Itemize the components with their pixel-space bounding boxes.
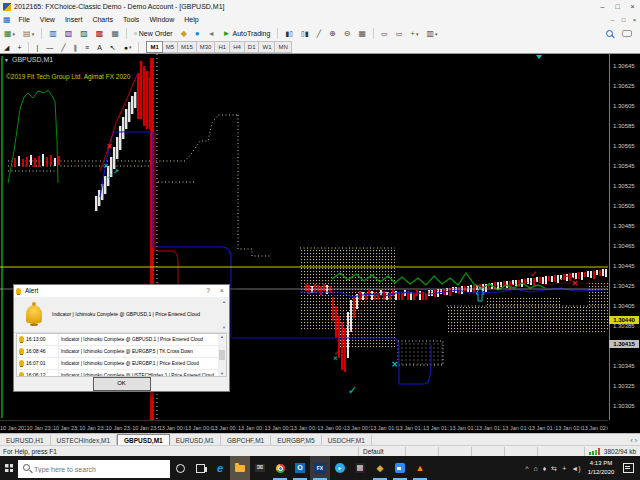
- vertical-line-tool[interactable]: |: [33, 40, 41, 54]
- taskbar-clock[interactable]: 4:13 PM 1/12/2020: [583, 459, 619, 477]
- alert-row[interactable]: 16:08:46 Indicator | Ichimoku Complete @…: [17, 346, 226, 358]
- chrome-icon[interactable]: [270, 456, 290, 480]
- tab-eurusd-m1[interactable]: EURUSD,M1: [170, 435, 221, 446]
- crosshair-tool[interactable]: +: [14, 40, 24, 54]
- cascade-charts-button[interactable]: ▭: [393, 27, 406, 41]
- alert-close-button[interactable]: ×: [215, 287, 229, 294]
- timeframe-w1[interactable]: W1: [259, 41, 275, 53]
- close-button[interactable]: ×: [625, 3, 640, 10]
- child-minimize-button[interactable]: –: [607, 17, 618, 23]
- timeframe-m30[interactable]: M30: [197, 41, 216, 53]
- task-view-icon[interactable]: [190, 456, 210, 480]
- alert-row[interactable]: 16:07:01 Indicator | Ichimoku Complete @…: [17, 358, 226, 370]
- line-chart-button[interactable]: ╱: [314, 27, 324, 41]
- channel-tool[interactable]: ∥: [71, 40, 81, 54]
- navigator-button[interactable]: ▨: [77, 27, 91, 41]
- message-scrollbar[interactable]: ▲▼: [220, 299, 228, 330]
- indicators-button[interactable]: +▾: [407, 27, 421, 41]
- status-profile[interactable]: Default: [358, 447, 405, 456]
- outlook-icon[interactable]: O: [290, 456, 310, 480]
- alert-help-button[interactable]: ?: [201, 287, 215, 294]
- zoom-out-button[interactable]: ⊖: [341, 27, 354, 41]
- zoom-in-button[interactable]: ⊕: [326, 27, 339, 41]
- market-watch-button[interactable]: ▥: [46, 27, 60, 41]
- arrange-charts-button[interactable]: ▭: [378, 27, 391, 41]
- minimize-button[interactable]: –: [595, 3, 610, 10]
- timeframe-mn[interactable]: MN: [275, 41, 291, 53]
- timeframe-m5[interactable]: M5: [163, 41, 178, 53]
- list-scrollbar[interactable]: ▲▼: [218, 334, 226, 376]
- bar-chart-button[interactable]: ▮▯: [282, 27, 296, 41]
- mail-icon[interactable]: ✉: [250, 456, 270, 480]
- start-button[interactable]: [0, 456, 18, 480]
- vlc-icon[interactable]: ▲: [410, 456, 430, 480]
- arrow-tool[interactable]: ↖: [107, 40, 119, 54]
- ok-button[interactable]: OK: [93, 377, 151, 391]
- candlestick-button[interactable]: ▯▮: [298, 27, 312, 41]
- timeframe-m15[interactable]: M15: [178, 41, 197, 53]
- community-chat-icon[interactable]: [622, 30, 632, 37]
- trendline-tool[interactable]: ╱: [58, 40, 68, 54]
- tab-usdchf-m1[interactable]: USDCHF,M1: [322, 435, 372, 446]
- chart-child-icon[interactable]: ▦: [3, 16, 11, 24]
- restore-button[interactable]: □: [610, 3, 625, 10]
- alert-row[interactable]: 16:13:00 Indicator | Ichimoku Complete @…: [17, 334, 226, 346]
- time-axis[interactable]: 10 Jan 202010 Jan 23:1910 Jan 23:2710 Ja…: [0, 420, 608, 434]
- zoom-icon[interactable]: [390, 456, 410, 480]
- fxchoice-mt4-icon[interactable]: FX: [310, 456, 330, 480]
- tab-eurgbp-m5[interactable]: EURGBP,M5: [271, 435, 321, 446]
- mic-icon[interactable]: ♦: [543, 465, 547, 472]
- timeframe-h4[interactable]: H4: [230, 41, 245, 53]
- horizontal-line-tool[interactable]: —: [43, 40, 56, 54]
- strategy-tester-button[interactable]: ▦: [108, 27, 122, 41]
- community-button[interactable]: ●: [192, 27, 203, 41]
- sound-button[interactable]: ◄: [205, 27, 218, 41]
- search-input[interactable]: [18, 460, 170, 478]
- gold-app-icon[interactable]: ◆: [370, 456, 390, 480]
- menu-tools[interactable]: Tools: [118, 16, 144, 23]
- usb-icon[interactable]: +: [562, 465, 566, 472]
- search-icon[interactable]: [606, 30, 613, 37]
- timeframe-m1[interactable]: M1: [146, 41, 162, 53]
- timeframe-d1[interactable]: D1: [245, 41, 260, 53]
- alert-title-bar[interactable]: Alert ? ×: [14, 285, 229, 297]
- cursor-tool[interactable]: ◢: [1, 40, 12, 54]
- tab-gbpchf-m1[interactable]: GBPCHF,M1: [221, 435, 271, 446]
- photos-icon[interactable]: [350, 456, 370, 480]
- onedrive-icon[interactable]: ⌂: [533, 465, 537, 472]
- connection-status[interactable]: 3802/94 kb: [584, 447, 640, 456]
- one-click-trading-toggle[interactable]: ▼: [4, 57, 9, 63]
- terminal-button[interactable]: ▩: [93, 27, 107, 41]
- data-window-button[interactable]: ▧: [62, 27, 76, 41]
- action-center-icon[interactable]: [623, 463, 634, 473]
- menu-view[interactable]: View: [35, 16, 60, 23]
- child-restore-button[interactable]: □: [618, 17, 629, 23]
- taskbar-search[interactable]: [18, 458, 170, 479]
- tile-windows-button[interactable]: ▦: [355, 27, 369, 41]
- speaker-icon[interactable]: ◄): [571, 465, 580, 472]
- menu-insert[interactable]: Insert: [60, 16, 88, 23]
- metaeditor-button[interactable]: ◆: [178, 27, 190, 41]
- sync-icon[interactable]: ⇆: [551, 465, 557, 472]
- tab-scroll-arrows[interactable]: ‹ ›: [630, 437, 637, 444]
- fibonacci-tool[interactable]: ≡: [82, 40, 92, 54]
- menu-file[interactable]: File: [14, 16, 35, 23]
- new-order-button[interactable]: ▫New Order: [131, 27, 176, 41]
- timeframe-h1[interactable]: H1: [215, 41, 230, 53]
- menu-window[interactable]: Window: [144, 16, 179, 23]
- alert-history-list[interactable]: 16:13:00 Indicator | Ichimoku Complete @…: [16, 333, 227, 377]
- profiles-button[interactable]: ▤▾: [20, 27, 37, 41]
- file-explorer-icon[interactable]: [230, 456, 250, 480]
- shapes-tool[interactable]: ●▾: [121, 40, 135, 54]
- menu-charts[interactable]: Charts: [87, 16, 118, 23]
- child-close-button[interactable]: ×: [629, 17, 640, 23]
- hidden-icons-chevron[interactable]: ^: [525, 465, 528, 472]
- price-axis[interactable]: 1.306451.306251.306051.305851.305651.305…: [609, 54, 640, 420]
- periods-button[interactable]: ▥▾: [423, 27, 440, 41]
- menu-help[interactable]: Help: [179, 16, 203, 23]
- alert-row[interactable]: 16:06:12 Indicator | Ichimoku Complete @…: [17, 370, 226, 377]
- edge-icon[interactable]: e: [210, 456, 230, 480]
- text-tool[interactable]: A: [94, 40, 105, 54]
- autotrading-button[interactable]: ►AutoTrading: [220, 27, 274, 41]
- tab-ustechindex-m1[interactable]: USTECHIndex,M1: [51, 435, 117, 446]
